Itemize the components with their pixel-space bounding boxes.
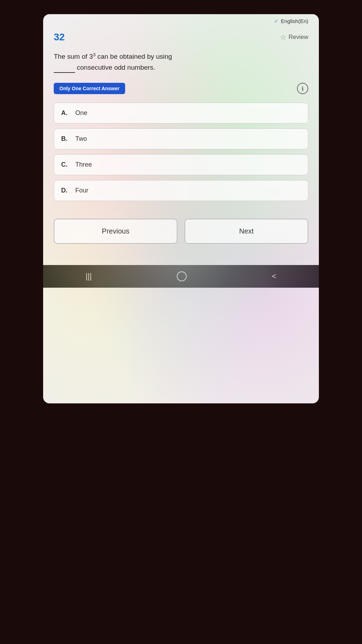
option-b-text: Two (75, 135, 87, 143)
top-bar: ✓ English(En) (43, 14, 319, 24)
option-a-text: One (75, 109, 87, 117)
question-number: 32 (54, 31, 65, 43)
language-selector[interactable]: ✓ English(En) (274, 18, 308, 24)
language-label: English(En) (281, 18, 308, 24)
option-b[interactable]: B. Two (54, 128, 308, 149)
checkmark-icon: ✓ (274, 18, 279, 24)
question-text-part1: The sum of 3 (54, 53, 93, 60)
phone-screen: ✓ English(En) 32 ☆ Review The sum of 33 … (43, 14, 319, 403)
info-icon[interactable]: ℹ (297, 83, 308, 94)
options-list: A. One B. Two C. Three D. Four (54, 103, 308, 201)
back-icon[interactable]: < (272, 272, 276, 281)
option-c[interactable]: C. Three (54, 154, 308, 175)
review-label: Review (288, 34, 308, 41)
answer-type-row: Only One Correct Answer ℹ (54, 83, 308, 94)
option-a-label: A. (61, 109, 70, 117)
option-c-label: C. (61, 161, 70, 168)
next-button[interactable]: Next (185, 219, 308, 244)
question-text: The sum of 33 can be obtained by using c… (54, 51, 308, 73)
nav-buttons: Previous Next (54, 219, 308, 244)
recent-apps-icon[interactable]: ||| (86, 272, 92, 281)
review-button[interactable]: ☆ Review (280, 33, 308, 41)
blank (54, 72, 75, 73)
star-icon: ☆ (280, 33, 286, 41)
option-b-label: B. (61, 135, 70, 143)
home-icon[interactable] (177, 271, 187, 281)
option-d[interactable]: D. Four (54, 180, 308, 201)
question-header: 32 ☆ Review (54, 31, 308, 43)
answer-type-badge: Only One Correct Answer (54, 83, 125, 94)
option-d-label: D. (61, 187, 70, 194)
option-d-text: Four (75, 187, 88, 194)
option-a[interactable]: A. One (54, 103, 308, 123)
question-text-part2: can be obtained by using (97, 53, 172, 60)
main-content: 32 ☆ Review The sum of 33 can be obtaine… (43, 24, 319, 261)
question-text-part3: consecutive odd numbers. (77, 64, 155, 71)
option-c-text: Three (75, 161, 92, 168)
android-nav-bar: ||| < (43, 265, 319, 288)
exponent: 3 (93, 52, 95, 57)
previous-button[interactable]: Previous (54, 219, 177, 244)
